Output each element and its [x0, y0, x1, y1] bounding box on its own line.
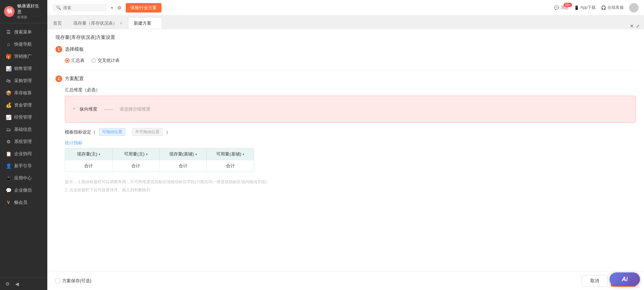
sidebar-item-quick-nav[interactable]: ⌂ 快捷导航 [0, 38, 47, 50]
dimension-dash: —— [104, 107, 113, 112]
col2-chevron[interactable]: ▾ [146, 152, 148, 156]
sidebar-nav: ☰ 搜索菜单 ⌂ 快捷导航 🎁 营销推广 📊 销售管理 🛍 采购管理 📦 库存核… [0, 23, 47, 277]
main-area: 🔍 ▾ ⚙ 体验行业方案 💬 消息 99+ 📱 App下载 🎧 在线客服 [47, 0, 644, 290]
app-subtitle: 标准版 [17, 15, 43, 20]
message-badge[interactable]: 💬 消息 99+ [554, 5, 569, 10]
sidebar-item-label: 新手引导 [14, 163, 32, 169]
ai-label: Ai [622, 276, 628, 283]
template-radio-group: 汇总表 交叉统计表 [65, 57, 636, 64]
sidebar-item-newbie[interactable]: 👤 新手引导 [0, 160, 47, 172]
expand-icon[interactable]: ⤢ [636, 23, 640, 29]
sidebar-item-label: 系统管理 [14, 139, 32, 145]
section-config: 2 方案配置 汇总维度（必选） * 纵向维度 —— 请选择分组维度 模板指标设定… [55, 75, 636, 194]
tab-home-label: 首页 [53, 20, 62, 26]
mobile-icon: 📱 [5, 175, 11, 181]
online-service-link[interactable]: 🎧 在线客服 [601, 5, 624, 10]
sidebar-item-label: 搜索菜单 [14, 29, 32, 35]
dimension-box: * 纵向维度 —— 请选择分组维度 [65, 96, 636, 123]
settings-icon[interactable]: ⚙ [5, 281, 10, 287]
save-checkbox[interactable] [55, 279, 60, 283]
topbar-right: 💬 消息 99+ 📱 App下载 🎧 在线客服 [554, 3, 639, 13]
no-drag-badge: 不可拖动位置 [132, 128, 163, 136]
sidebar-item-member[interactable]: V 畅会员 [0, 196, 47, 209]
tab-inventory-status[interactable]: 现存量（库存状况表） × [68, 17, 128, 29]
required-mark: * [73, 107, 75, 112]
sidebar-item-search-menu[interactable]: ☰ 搜索菜单 [0, 26, 47, 38]
app-download-link[interactable]: 📱 App下载 [574, 5, 596, 10]
search-icon: 🔍 [56, 5, 61, 10]
stats-col3-data: 合计 [160, 160, 207, 172]
cancel-button[interactable]: 取消 [582, 275, 608, 287]
message-count: 99+ [564, 3, 572, 7]
sidebar-item-label: 资金管理 [14, 102, 32, 108]
app-download-label: App下载 [580, 5, 596, 10]
search-input[interactable] [63, 5, 97, 10]
gear-icon: ⚙ [5, 139, 11, 144]
stats-col1-data: 合计 [65, 160, 113, 172]
col4-chevron[interactable]: ▾ [243, 152, 244, 156]
indicator-settings: 模板指标设定（ 可拖动位置 不可拖动位置 ） [65, 128, 636, 136]
save-option-label: 方案保存(可选) [62, 278, 92, 284]
sidebar-item-operations[interactable]: 📈 经营管理 [0, 111, 47, 123]
enterprise-icon: 📋 [5, 151, 11, 156]
tab-inventory-close[interactable]: × [120, 21, 122, 26]
search-bar[interactable]: 🔍 [53, 4, 107, 11]
ai-fab-button[interactable]: Ai [610, 272, 640, 286]
stats-col1-header[interactable]: 现存量(主) ▾ [65, 148, 113, 160]
sidebar-item-label: 库存核算 [14, 90, 32, 96]
content: 现存量(库存状况表)方案设置 1 选择模板 汇总表 交叉统计表 [47, 29, 644, 271]
section1-num: 1 [55, 46, 62, 53]
sidebar-item-label: 企业微信 [14, 187, 32, 193]
shopping-icon: 🛍 [5, 78, 11, 83]
stats-col4-header[interactable]: 可用量(基辅) ▾ [207, 148, 254, 160]
sidebar: 畅 畅康通好生意 标准版 ☰ 搜索菜单 ⌂ 快捷导航 🎁 营销推广 📊 销售管理… [0, 0, 47, 290]
tab-new-scheme[interactable]: 新建方案 × [128, 17, 162, 29]
dimension-name: 纵向维度 [80, 106, 97, 112]
avatar[interactable] [629, 3, 639, 13]
search-menu-icon: ☰ [5, 29, 11, 35]
folder-icon: 🗂 [5, 127, 11, 132]
box-icon: 📦 [5, 90, 11, 96]
stats-col2-label: 可用量(主) [124, 151, 145, 157]
user-icon: 👤 [5, 163, 11, 169]
sidebar-item-inventory[interactable]: 📦 库存核算 [0, 87, 47, 99]
sidebar-item-marketing[interactable]: 🎁 营销推广 [0, 50, 47, 63]
sidebar-item-label: 营销推广 [14, 53, 32, 59]
sidebar-item-label: 基础信息 [14, 126, 32, 132]
wechat-icon: 💬 [5, 188, 11, 193]
industry-btn[interactable]: 体验行业方案 [126, 3, 162, 13]
tab-new-close[interactable]: × [154, 21, 156, 26]
phone-icon: 📱 [574, 5, 579, 10]
dropdown-icon[interactable]: ▾ [111, 5, 113, 10]
section-divider [55, 70, 636, 71]
indicator-settings-label: 模板指标设定（ [65, 129, 96, 135]
sidebar-item-wechat[interactable]: 💬 企业微信 [0, 184, 47, 196]
tab-home[interactable]: 首页 [47, 17, 68, 29]
collapse-icon[interactable]: ◀ [15, 281, 19, 287]
dimension-placeholder[interactable]: 请选择分组维度 [120, 106, 150, 112]
save-option[interactable]: 方案保存(可选) [55, 278, 92, 284]
stats-table: 现存量(主) ▾ 可用量(主) ▾ 现存量(基辅) ▾ [65, 148, 254, 172]
radio-summary[interactable]: 汇总表 [65, 57, 84, 64]
col1-chevron[interactable]: ▾ [99, 152, 100, 156]
stats-data-row: 合计 合计 合计 合计 [65, 160, 254, 172]
sidebar-item-purchase[interactable]: 🛍 采购管理 [0, 75, 47, 87]
sidebar-item-system[interactable]: ⚙ 系统管理 [0, 136, 47, 148]
stats-col3-header[interactable]: 现存量(基辅) ▾ [160, 148, 207, 160]
sidebar-item-app-center[interactable]: 📱 应用中心 [0, 172, 47, 184]
col3-chevron[interactable]: ▾ [195, 152, 197, 156]
tab-inventory-label: 现存量（库存状况表） [73, 20, 117, 26]
topbar: 🔍 ▾ ⚙ 体验行业方案 💬 消息 99+ 📱 App下载 🎧 在线客服 [47, 0, 644, 16]
sidebar-item-finance[interactable]: 💰 资金管理 [0, 99, 47, 111]
sidebar-logo: 畅 [4, 6, 15, 17]
radio-cross[interactable]: 交叉统计表 [91, 57, 120, 64]
radio-summary-circle [65, 58, 70, 63]
tip-1: 提示： 1.拖动标题栏可以调整布局，不可跨维度或指标区域拖动标目字段(只能在同一… [65, 178, 636, 186]
vip-icon: V [5, 200, 11, 205]
sidebar-item-sales[interactable]: 📊 销售管理 [0, 63, 47, 75]
close-window-icon[interactable]: ✕ [630, 23, 634, 29]
settings-icon[interactable]: ⚙ [117, 5, 122, 10]
stats-col2-header[interactable]: 可用量(主) ▾ [113, 148, 160, 160]
sidebar-item-basic-info[interactable]: 🗂 基础信息 [0, 123, 47, 136]
sidebar-item-enterprise[interactable]: 📋 企业协同 [0, 148, 47, 160]
